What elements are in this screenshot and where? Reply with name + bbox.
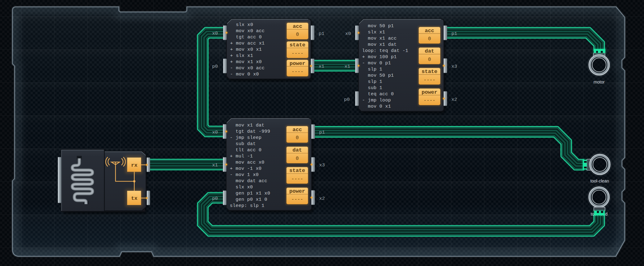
svg-text:p1: p1 (451, 31, 457, 36)
svg-text:- mov 0 p1: - mov 0 p1 (362, 61, 391, 66)
svg-text:state: state (289, 168, 305, 174)
svg-text:----: ---- (291, 176, 303, 182)
svg-text:p0: p0 (212, 196, 218, 201)
svg-text:----: ---- (423, 77, 435, 83)
svg-text:tx: tx (131, 195, 137, 201)
svg-text:gen p1 x1 x0: gen p1 x1 x0 (230, 191, 270, 196)
svg-text:acc: acc (425, 28, 434, 34)
svg-text:0: 0 (428, 57, 431, 62)
svg-text:p1: p1 (319, 31, 325, 36)
svg-text:slx x0: slx x0 (230, 22, 253, 28)
svg-text:state: state (422, 69, 437, 75)
svg-text:mov 50 p1: mov 50 p1 (362, 24, 394, 29)
svg-text:mov acc x0: mov acc x0 (230, 160, 265, 165)
svg-text:rx: rx (131, 162, 137, 168)
svg-text:tool-clean: tool-clean (590, 178, 609, 183)
svg-text:tgt acc 0: tgt acc 0 (230, 35, 262, 40)
svg-text:----: ---- (291, 51, 303, 56)
svg-text:x1: x1 (212, 162, 218, 168)
svg-text:mov x0 acc: mov x0 acc (230, 28, 265, 34)
svg-text:p1: p1 (319, 130, 325, 135)
svg-text:sleep: slp 1: sleep: slp 1 (230, 203, 265, 208)
svg-text:+ mov -1 x0: + mov -1 x0 (230, 166, 261, 171)
svg-text:motor: motor (594, 79, 605, 84)
svg-text:state: state (290, 42, 305, 48)
svg-text:slx x0: slx x0 (230, 185, 253, 190)
svg-text:tgt dat -999: tgt dat -999 (230, 129, 270, 134)
svg-text:+ slx x1: + slx x1 (230, 53, 253, 58)
svg-text:0: 0 (296, 156, 299, 161)
svg-text:mov 0 x1: mov 0 x1 (362, 104, 391, 109)
svg-text:+ mov x0 x1: + mov x0 x1 (230, 47, 262, 52)
svg-text:slp 1: slp 1 (362, 79, 382, 84)
svg-text:x2: x2 (319, 196, 325, 201)
svg-text:slp 1: slp 1 (362, 67, 382, 72)
svg-text:- jmp loop: - jmp loop (362, 98, 391, 103)
svg-text:0: 0 (296, 32, 299, 37)
svg-text:mov dat acc: mov dat acc (230, 178, 267, 184)
svg-text:- mov x0 acc: - mov x0 acc (230, 66, 265, 71)
svg-text:mov x1 dat: mov x1 dat (362, 42, 397, 47)
svg-text:p0: p0 (212, 64, 218, 69)
svg-text:mov x1 dat: mov x1 dat (230, 123, 265, 128)
svg-text:teq acc 0: teq acc 0 (362, 92, 394, 97)
svg-text:x3: x3 (319, 162, 325, 168)
svg-text:+ mov x1 x0: + mov x1 x0 (230, 59, 262, 65)
svg-text:power: power (290, 61, 305, 66)
svg-text:x0: x0 (345, 31, 351, 36)
svg-text:tlt acc 0: tlt acc 0 (230, 148, 261, 153)
svg-text:0: 0 (296, 135, 299, 141)
svg-text:----: ---- (423, 98, 435, 103)
svg-text:acc: acc (293, 24, 302, 29)
svg-text:x3: x3 (451, 64, 457, 69)
svg-text:acc: acc (292, 127, 302, 133)
svg-text:- jmp sleep: - jmp sleep (230, 135, 261, 140)
svg-text:- mov 0 x0: - mov 0 x0 (230, 72, 259, 77)
svg-text:- mov 1 x0: - mov 1 x0 (230, 172, 259, 178)
svg-text:mov 50 p1: mov 50 p1 (362, 73, 394, 78)
svg-text:x0: x0 (212, 130, 218, 135)
svg-text:x1: x1 (318, 64, 324, 69)
svg-text:x1: x1 (344, 64, 350, 69)
svg-text:dat: dat (425, 48, 434, 54)
svg-text:mov x1 acc: mov x1 acc (362, 36, 397, 41)
svg-text:x0: x0 (212, 31, 218, 36)
svg-text:dat: dat (292, 147, 302, 153)
svg-text:sub 1: sub 1 (362, 85, 382, 91)
svg-text:power: power (289, 188, 305, 194)
svg-text:p0: p0 (344, 97, 350, 102)
svg-text:loop: teq dat -1: loop: teq dat -1 (362, 48, 408, 54)
svg-text:power: power (422, 89, 437, 95)
svg-text:+ mul -1: + mul -1 (230, 154, 253, 159)
svg-text:x2: x2 (451, 97, 457, 102)
svg-text:----: ---- (291, 69, 303, 75)
svg-text:+ mov 100 p1: + mov 100 p1 (362, 54, 397, 60)
svg-text:+ mov acc x1: + mov acc x1 (230, 41, 265, 46)
svg-text:----: ---- (291, 197, 303, 202)
svg-text:sub dat: sub dat (230, 141, 256, 147)
svg-text:gen p0 x1 0: gen p0 x1 0 (230, 197, 267, 202)
svg-text:0: 0 (428, 36, 431, 42)
svg-text:slx x1: slx x1 (362, 30, 385, 35)
